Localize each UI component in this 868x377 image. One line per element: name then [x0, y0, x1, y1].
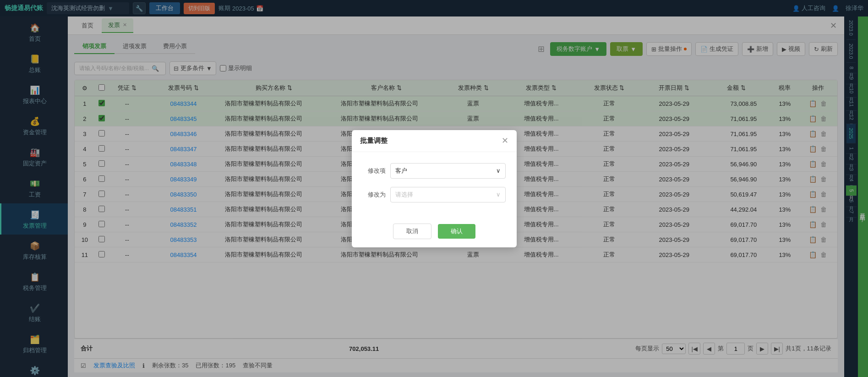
field-row: 修改项 客户 ∨ — [363, 163, 506, 179]
field-dropdown-icon: ∨ — [496, 167, 501, 174]
field-label: 修改项 — [363, 167, 386, 175]
value-dropdown-icon: ∨ — [496, 191, 501, 198]
field-selector[interactable]: 客户 ∨ — [390, 163, 506, 179]
modal-header: 批量调整 ✕ — [352, 130, 517, 152]
field-value: 客户 — [395, 167, 407, 175]
value-selector[interactable]: 请选择 ∨ — [390, 187, 506, 202]
cancel-button[interactable]: 取消 — [393, 224, 431, 239]
value-row: 修改为 请选择 ∨ — [363, 187, 506, 202]
batch-adjust-modal: 批量调整 ✕ 修改项 客户 ∨ 修改为 请选择 ∨ 取消 确认 — [352, 130, 517, 247]
modal-footer: 取消 确认 — [352, 218, 517, 247]
modal-title: 批量调整 — [360, 137, 388, 145]
modal-overlay: 批量调整 ✕ 修改项 客户 ∨ 修改为 请选择 ∨ 取消 确认 — [0, 0, 868, 377]
confirm-button[interactable]: 确认 — [438, 224, 475, 239]
modal-close-btn[interactable]: ✕ — [502, 137, 508, 145]
value-label: 修改为 — [363, 191, 386, 199]
modal-body: 修改项 客户 ∨ 修改为 请选择 ∨ — [352, 152, 517, 218]
value-placeholder: 请选择 — [395, 191, 413, 199]
